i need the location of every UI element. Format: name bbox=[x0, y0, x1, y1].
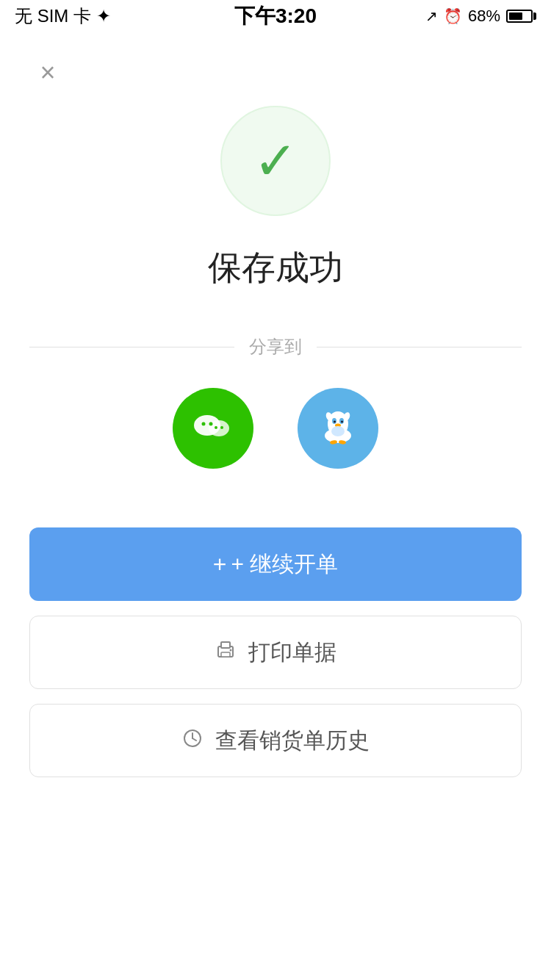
svg-point-5 bbox=[220, 426, 223, 429]
continue-button[interactable]: + + 继续开单 bbox=[29, 527, 522, 601]
battery-icon bbox=[506, 10, 536, 23]
print-button[interactable]: 打印单据 bbox=[29, 616, 522, 689]
wechat-icon bbox=[190, 403, 237, 453]
wechat-share-button[interactable] bbox=[173, 388, 253, 469]
print-label: 打印单据 bbox=[248, 638, 336, 668]
svg-line-24 bbox=[192, 738, 196, 741]
printer-icon bbox=[215, 639, 237, 666]
divider-right bbox=[317, 347, 522, 347]
checkmark-icon: ✓ bbox=[253, 134, 298, 187]
status-left: 无 SIM 卡 ✦ bbox=[15, 4, 111, 28]
share-divider: 分享到 bbox=[29, 335, 522, 359]
alarm-icon: ⏰ bbox=[444, 7, 462, 25]
svg-point-3 bbox=[209, 422, 213, 426]
sim-status: 无 SIM 卡 ✦ bbox=[15, 4, 111, 28]
svg-point-2 bbox=[202, 422, 206, 426]
status-right: ↗ ⏰ 68% bbox=[425, 7, 536, 26]
plus-icon: + bbox=[213, 551, 227, 578]
location-icon: ↗ bbox=[425, 7, 438, 25]
svg-point-4 bbox=[215, 426, 217, 429]
success-title: 保存成功 bbox=[208, 245, 343, 291]
main-content: × ✓ 保存成功 分享到 bbox=[0, 32, 551, 980]
svg-point-15 bbox=[331, 426, 345, 436]
divider-left bbox=[29, 347, 234, 347]
svg-point-21 bbox=[230, 649, 232, 651]
qq-icon bbox=[314, 403, 361, 453]
status-time: 下午3:20 bbox=[234, 2, 317, 30]
svg-point-10 bbox=[334, 421, 336, 423]
qq-share-button[interactable] bbox=[298, 388, 378, 469]
battery-percent: 68% bbox=[468, 7, 500, 26]
svg-point-11 bbox=[341, 421, 343, 423]
clock-icon bbox=[181, 727, 204, 754]
close-icon: × bbox=[40, 60, 55, 86]
close-button[interactable]: × bbox=[29, 54, 66, 91]
history-button[interactable]: 查看销货单历史 bbox=[29, 704, 522, 777]
success-circle: ✓ bbox=[220, 106, 331, 216]
share-label: 分享到 bbox=[249, 335, 302, 359]
share-section: 分享到 bbox=[29, 335, 522, 469]
status-bar: 无 SIM 卡 ✦ 下午3:20 ↗ ⏰ 68% bbox=[0, 0, 551, 32]
continue-label: + 继续开单 bbox=[231, 550, 338, 580]
share-icons bbox=[173, 388, 378, 469]
svg-rect-19 bbox=[221, 642, 230, 648]
actions: + + 继续开单 打印单据 查看销货单 bbox=[29, 527, 522, 777]
svg-rect-20 bbox=[221, 652, 230, 657]
history-label: 查看销货单历史 bbox=[215, 726, 370, 756]
